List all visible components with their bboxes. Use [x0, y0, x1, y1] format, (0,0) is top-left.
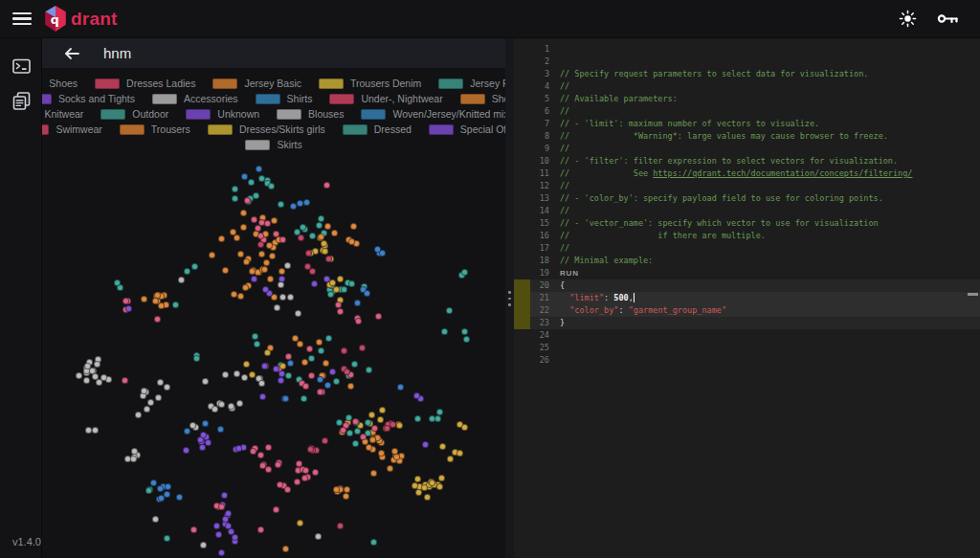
sidebar-item-collections[interactable] [0, 86, 42, 115]
scatter-point[interactable] [387, 465, 393, 472]
scatter-point[interactable] [218, 235, 225, 242]
scatter-point[interactable] [324, 223, 331, 230]
scatter-point[interactable] [463, 336, 470, 343]
scatter-point[interactable] [144, 406, 150, 413]
scatter-point[interactable] [366, 367, 372, 373]
scatter-point[interactable] [341, 286, 347, 293]
scatter-point[interactable] [311, 280, 318, 287]
scatter-point[interactable] [278, 377, 284, 384]
scatter-point[interactable] [364, 290, 370, 297]
scatter-point[interactable] [461, 269, 468, 276]
scatter-point[interactable] [333, 378, 340, 385]
code-line[interactable]: 10// - 'filter': filter expression to se… [514, 155, 980, 167]
legend-item[interactable]: Swimwear [42, 123, 102, 135]
scatter-point[interactable] [150, 480, 157, 486]
scatter-point[interactable] [344, 368, 350, 375]
code-line[interactable]: 22 "color_by": "garment_group_name" [514, 304, 980, 317]
scatter-point[interactable] [447, 456, 454, 462]
scatter-point[interactable] [297, 341, 303, 347]
scatter-point[interactable] [259, 393, 266, 400]
scatter-point[interactable] [258, 251, 265, 257]
scatter-point[interactable] [278, 268, 285, 275]
scatter-point[interactable] [256, 166, 262, 172]
scatter-point[interactable] [336, 419, 343, 426]
scatter-point[interactable] [279, 236, 286, 243]
scatter-point[interactable] [190, 526, 197, 533]
scatter-point[interactable] [390, 421, 396, 428]
code-line[interactable]: 25 [514, 342, 980, 354]
scatter-point[interactable] [341, 347, 347, 354]
scatter-point[interactable] [323, 182, 330, 189]
scatter-point[interactable] [164, 535, 170, 542]
scatter-point[interactable] [327, 291, 334, 298]
scatter-point[interactable] [158, 302, 165, 309]
scatter-point[interactable] [414, 476, 421, 482]
scatter-point[interactable] [92, 427, 99, 434]
scatter-point[interactable] [183, 447, 189, 454]
scatter-point[interactable] [331, 230, 338, 236]
scatter-point[interactable] [258, 380, 265, 387]
scatter-point[interactable] [347, 383, 354, 390]
code-line[interactable]: 13// - 'color_by': specify payload field… [514, 192, 980, 205]
scatter-point[interactable] [302, 467, 309, 474]
scatter-point[interactable] [257, 241, 264, 248]
scatter-point[interactable] [370, 539, 377, 546]
scatter-point[interactable] [202, 420, 209, 427]
scatter-point[interactable] [337, 523, 344, 529]
scatter-point[interactable] [193, 355, 200, 362]
scatter-point[interactable] [318, 234, 324, 240]
legend-item[interactable]: Shorts [460, 93, 505, 104]
scatter-point[interactable] [84, 363, 91, 369]
scatter-point[interactable] [244, 197, 251, 204]
scatter-point[interactable] [222, 267, 229, 274]
scatter-point[interactable] [278, 276, 285, 282]
scatter-point[interactable] [284, 262, 291, 269]
scatter-point[interactable] [269, 253, 276, 259]
scatter-point[interactable] [264, 220, 271, 227]
scatter-point[interactable] [85, 427, 92, 434]
run-button[interactable]: RUN [560, 269, 579, 278]
scatter-point[interactable] [250, 448, 256, 455]
scatter-point[interactable] [262, 286, 269, 293]
scatter-point[interactable] [351, 361, 358, 368]
scatter-point[interactable] [252, 333, 258, 340]
scatter-point[interactable] [257, 233, 264, 239]
code-line[interactable]: 9// [514, 143, 980, 155]
legend-item[interactable]: Knitwear [42, 108, 83, 120]
scatter-point[interactable] [370, 470, 377, 477]
code-line[interactable]: 2 [514, 56, 980, 68]
scatter-point[interactable] [397, 384, 404, 391]
scatter-point[interactable] [308, 355, 315, 362]
scatter-point[interactable] [369, 436, 376, 443]
scatter-point[interactable] [267, 276, 274, 282]
scatter-point[interactable] [76, 372, 82, 379]
scatter-point[interactable] [352, 440, 359, 447]
scatter-point[interactable] [199, 444, 206, 451]
scatter-point[interactable] [200, 542, 207, 548]
scatter-point[interactable] [130, 456, 137, 462]
scatter-point[interactable] [165, 483, 171, 490]
scatter-point[interactable] [273, 506, 279, 513]
scatter-point[interactable] [275, 461, 281, 468]
scatter-point[interactable] [301, 395, 307, 402]
scatter-point[interactable] [265, 444, 272, 451]
scatter-point[interactable] [337, 308, 344, 315]
legend-item[interactable]: Socks and Tights [42, 93, 135, 104]
scatter-point[interactable] [178, 277, 185, 283]
scatter-point[interactable] [157, 485, 164, 492]
scatter-point[interactable] [264, 349, 271, 356]
scatter-point[interactable] [344, 486, 350, 493]
scatter-point[interactable] [249, 371, 256, 378]
legend-item[interactable]: Blouses [277, 108, 344, 120]
scatter-point[interactable] [222, 371, 229, 378]
scatter-point[interactable] [242, 284, 249, 291]
scatter-point[interactable] [184, 268, 190, 275]
scatter-point[interactable] [200, 432, 207, 438]
scatter-point[interactable] [287, 294, 294, 301]
scatter-point[interactable] [377, 416, 384, 423]
theme-toggle-button[interactable] [896, 8, 919, 31]
code-line[interactable]: 4// [514, 80, 980, 93]
scatter-point[interactable] [324, 382, 331, 389]
scatter-point[interactable] [421, 484, 428, 491]
scatter-point[interactable] [282, 546, 289, 552]
